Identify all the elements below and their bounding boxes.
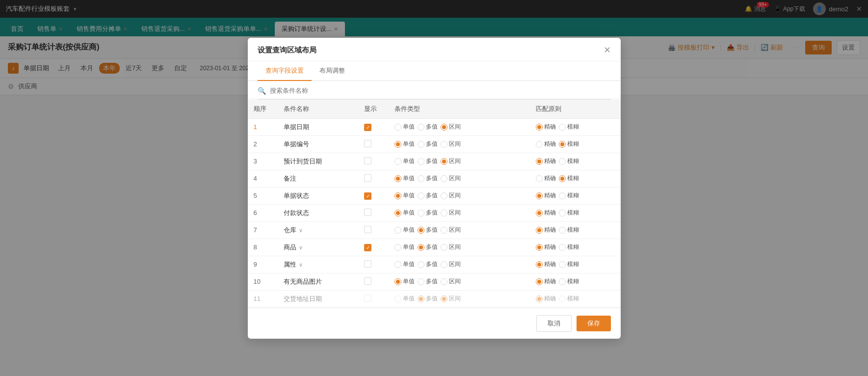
modal-overlay: 设置查询区域布局 ✕ 查询字段设置 布局调整 🔍 顺序 条件名称 显示 条件类型 bbox=[0, 0, 868, 95]
modal-close-button[interactable]: ✕ bbox=[604, 46, 611, 54]
modal-title: 设置查询区域布局 bbox=[258, 46, 316, 55]
tab-query-field-settings[interactable]: 查询字段设置 bbox=[258, 61, 312, 81]
search-input[interactable] bbox=[270, 87, 611, 94]
search-icon: 🔍 bbox=[258, 87, 266, 95]
modal-search-area: 🔍 bbox=[248, 81, 621, 96]
modal-header: 设置查询区域布局 ✕ bbox=[248, 38, 621, 61]
modal-tabs: 查询字段设置 布局调整 bbox=[248, 61, 621, 81]
tab-layout-adjust[interactable]: 布局调整 bbox=[312, 61, 353, 81]
settings-modal: 设置查询区域布局 ✕ 查询字段设置 布局调整 🔍 顺序 条件名称 显示 条件类型 bbox=[248, 38, 621, 96]
